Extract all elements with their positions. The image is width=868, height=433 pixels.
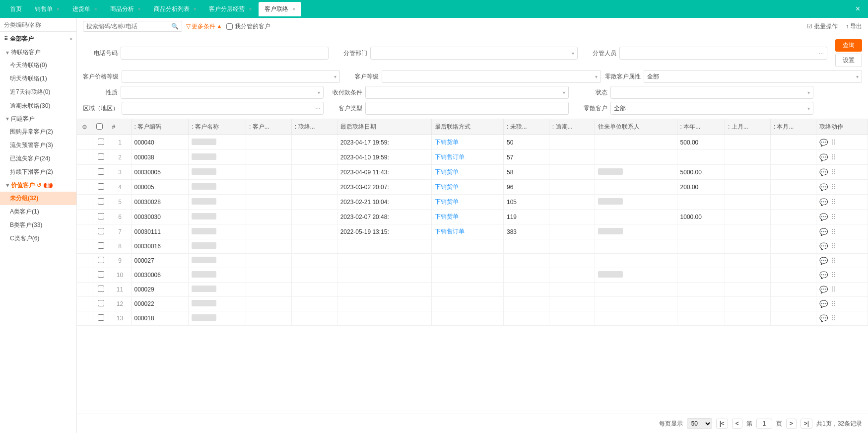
- prev-page-button[interactable]: <: [732, 419, 742, 429]
- refresh-icon[interactable]: ↺: [37, 182, 41, 188]
- filter-input-payment[interactable]: ▾: [365, 86, 568, 99]
- nav-tab-analysis-list[interactable]: 商品分析列表 ×: [148, 2, 202, 16]
- this-month-column-header[interactable]: : 本月...: [770, 119, 816, 135]
- last-month-column-header[interactable]: : 上月...: [725, 119, 770, 135]
- code-column-header[interactable]: : 客户编码: [131, 119, 189, 135]
- contact-phone-icon[interactable]: 💬: [819, 228, 828, 236]
- next-page-button[interactable]: >: [786, 419, 797, 429]
- row-checkbox[interactable]: [98, 242, 104, 249]
- per-page-select[interactable]: 50 100 200: [687, 418, 712, 429]
- row-checkbox-cell[interactable]: [93, 150, 109, 165]
- query-button[interactable]: 查询: [835, 39, 862, 52]
- row-checkbox-cell[interactable]: [93, 165, 109, 180]
- sidebar-item-7day-pending[interactable]: 近7天待联络(0): [0, 85, 76, 99]
- unit-contact-column-header[interactable]: 往来单位联系人: [595, 119, 677, 135]
- row-checkbox-cell[interactable]: [93, 297, 109, 311]
- row-checkbox[interactable]: [98, 228, 104, 234]
- contact-phone-icon[interactable]: 💬: [819, 168, 828, 176]
- my-customers-checkbox[interactable]: 我分管的客户: [226, 22, 270, 31]
- page-number-input[interactable]: [756, 419, 772, 429]
- uncontacted-column-header[interactable]: : 未联...: [504, 119, 549, 135]
- row-checkbox-cell[interactable]: [93, 224, 109, 239]
- more-actions-icon[interactable]: ⠿: [831, 271, 836, 279]
- contact-method-link[interactable]: 下销售订单: [435, 228, 465, 235]
- row-checkbox[interactable]: [98, 314, 104, 321]
- filter-input-retail-customer[interactable]: 全部 ▾: [610, 102, 813, 115]
- filter-input-manager[interactable]: ···: [619, 47, 827, 60]
- row-checkbox-cell[interactable]: [93, 239, 109, 254]
- more-actions-icon[interactable]: ⠿: [831, 314, 836, 322]
- row-checkbox[interactable]: [98, 168, 104, 175]
- filter-input-region[interactable]: ···: [122, 102, 324, 115]
- close-tab-purchase-icon[interactable]: ×: [94, 6, 97, 12]
- sidebar-item-class-a[interactable]: A类客户(1): [0, 205, 76, 218]
- contact-method-link[interactable]: 下销货单: [435, 139, 459, 145]
- sidebar-search-input[interactable]: [4, 21, 77, 28]
- sidebar-item-unclassified[interactable]: 未分组(32): [0, 192, 76, 205]
- contact-phone-icon[interactable]: 💬: [819, 213, 828, 221]
- contact-phone-icon[interactable]: 💬: [819, 153, 828, 161]
- more-actions-icon[interactable]: ⠿: [831, 153, 836, 161]
- contact-column-header[interactable]: : 联络...: [291, 119, 337, 135]
- filter-input-retail-attr[interactable]: 全部 ▾: [644, 70, 862, 83]
- sidebar-item-overdue-contact[interactable]: 逾期未联络(30): [0, 99, 76, 113]
- sidebar-group-pending[interactable]: ▾ 待联络客户: [0, 46, 76, 59]
- contact-phone-icon[interactable]: 💬: [819, 242, 828, 250]
- more-actions-icon[interactable]: ⠿: [831, 198, 836, 206]
- more-actions-icon[interactable]: ⠿: [831, 242, 836, 250]
- nav-tab-customer-contact[interactable]: 客户联络 ×: [259, 2, 301, 16]
- row-checkbox[interactable]: [98, 300, 104, 306]
- filter-input-nature[interactable]: ▾: [121, 86, 324, 99]
- row-checkbox[interactable]: [98, 271, 104, 278]
- contact-phone-icon[interactable]: 💬: [819, 198, 828, 206]
- contact-method-link[interactable]: 下销售订单: [435, 153, 465, 160]
- filter-search-box[interactable]: 🔍: [83, 21, 182, 32]
- close-tab-sales-icon[interactable]: ×: [57, 6, 60, 12]
- my-customers-check[interactable]: [226, 23, 233, 30]
- window-close-button[interactable]: ×: [852, 2, 864, 15]
- checkbox-column-header[interactable]: [93, 119, 109, 135]
- row-checkbox[interactable]: [98, 183, 104, 190]
- filter-input-dept[interactable]: ▾: [370, 47, 578, 60]
- row-checkbox-cell[interactable]: [93, 268, 109, 283]
- row-checkbox[interactable]: [98, 213, 104, 219]
- type-column-header[interactable]: : 客户...: [246, 119, 292, 135]
- last-contact-date-column-header[interactable]: 最后联络日期: [337, 119, 431, 135]
- more-actions-icon[interactable]: ⠿: [831, 257, 836, 265]
- close-tab-customer-contact-icon[interactable]: ×: [292, 6, 295, 12]
- close-tab-analysis-icon[interactable]: ×: [138, 6, 141, 12]
- filter-input-price-level[interactable]: ▾: [122, 70, 340, 83]
- contact-phone-icon[interactable]: 💬: [819, 314, 828, 322]
- nav-tab-sales[interactable]: 销售单 ×: [29, 2, 66, 16]
- more-conditions-button[interactable]: ▽ 更多条件 ▲: [186, 22, 222, 31]
- sidebar-group-problem[interactable]: ▾ 问题客户: [0, 113, 76, 125]
- row-checkbox-cell[interactable]: [93, 135, 109, 150]
- row-checkbox[interactable]: [98, 139, 104, 145]
- select-all-checkbox[interactable]: [96, 123, 103, 130]
- last-contact-method-column-header[interactable]: 最后联络方式: [431, 119, 503, 135]
- row-checkbox-cell[interactable]: [93, 180, 109, 195]
- sidebar-search-box[interactable]: 🔍: [0, 18, 76, 32]
- contact-phone-icon[interactable]: 💬: [819, 139, 828, 146]
- contact-phone-icon[interactable]: 💬: [819, 286, 828, 293]
- row-checkbox[interactable]: [98, 153, 104, 160]
- contact-phone-icon[interactable]: 💬: [819, 257, 828, 265]
- contact-phone-icon[interactable]: 💬: [819, 271, 828, 279]
- row-checkbox-cell[interactable]: [93, 210, 109, 224]
- sidebar-item-class-b[interactable]: B类客户(33): [0, 218, 76, 232]
- filter-input-customer-level[interactable]: ▾: [382, 70, 601, 83]
- row-checkbox-cell[interactable]: [93, 254, 109, 268]
- filter-input-phone[interactable]: [121, 47, 329, 60]
- sidebar-item-churned[interactable]: 已流失客户(24): [0, 152, 76, 165]
- nav-tab-purchase[interactable]: 进货单 ×: [67, 2, 103, 16]
- nav-tab-analysis[interactable]: 商品分析 ×: [104, 2, 147, 16]
- sidebar-item-abnormal-purchase[interactable]: 囤购异常客户(2): [0, 125, 76, 139]
- row-checkbox[interactable]: [98, 198, 104, 205]
- more-actions-icon[interactable]: ⠿: [831, 168, 836, 176]
- sidebar-collapse-icon[interactable]: «: [69, 36, 72, 42]
- sidebar-group-value[interactable]: ▾ 价值客户 ↺ 新: [0, 179, 76, 192]
- row-checkbox-cell[interactable]: [93, 195, 109, 210]
- filter-input-status[interactable]: ▾: [610, 86, 813, 99]
- nav-tab-customer-mgmt[interactable]: 客户分层经营 ×: [203, 2, 258, 16]
- settings-column-header[interactable]: ⚙: [77, 119, 93, 135]
